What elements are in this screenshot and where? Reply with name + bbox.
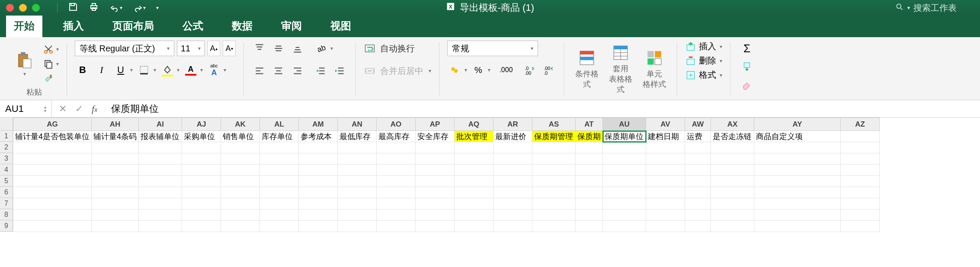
cell[interactable]: [260, 165, 299, 176]
cell[interactable]: [455, 153, 493, 165]
column-header[interactable]: AO: [377, 118, 416, 131]
cell[interactable]: [754, 210, 841, 221]
cell[interactable]: [338, 210, 377, 221]
cell[interactable]: [754, 198, 841, 210]
cell[interactable]: [182, 198, 221, 210]
cell[interactable]: [841, 210, 880, 221]
column-header[interactable]: AX: [711, 118, 754, 131]
cell[interactable]: 最低库存: [338, 131, 377, 142]
cell[interactable]: [455, 187, 493, 198]
italic-button[interactable]: I: [94, 62, 109, 78]
cell[interactable]: [221, 176, 260, 187]
cell[interactable]: [416, 198, 455, 210]
column-header[interactable]: AR: [493, 118, 532, 131]
column-header[interactable]: AJ: [182, 118, 221, 131]
undo-button[interactable]: ▾: [109, 3, 122, 13]
cell[interactable]: [139, 221, 182, 232]
cell[interactable]: [754, 187, 841, 198]
cell[interactable]: [685, 221, 711, 232]
cell[interactable]: [603, 176, 646, 187]
cell[interactable]: [260, 210, 299, 221]
cell[interactable]: [754, 153, 841, 165]
row-header[interactable]: 1: [0, 130, 13, 142]
cell[interactable]: [841, 131, 880, 142]
sheet-search[interactable]: ▾: [895, 3, 974, 13]
cell[interactable]: 报表辅单位: [139, 131, 182, 142]
underline-button[interactable]: U: [113, 62, 128, 78]
cell[interactable]: [182, 142, 221, 153]
cell[interactable]: [416, 165, 455, 176]
cell[interactable]: [685, 153, 711, 165]
cell[interactable]: [603, 153, 646, 165]
cell[interactable]: 安全库存: [416, 131, 455, 142]
font-name-select[interactable]: 等线 Regular (正文)▾: [75, 41, 174, 56]
cell[interactable]: [416, 142, 455, 153]
cell[interactable]: [13, 165, 92, 176]
cell[interactable]: [711, 176, 754, 187]
cell[interactable]: [299, 198, 338, 210]
column-header[interactable]: AN: [338, 118, 377, 131]
cell[interactable]: [182, 153, 221, 165]
cell[interactable]: [646, 165, 685, 176]
cell[interactable]: [576, 221, 603, 232]
cell[interactable]: [260, 176, 299, 187]
cell[interactable]: [455, 221, 493, 232]
cell[interactable]: [338, 153, 377, 165]
cell[interactable]: 是否走冻链: [711, 131, 754, 142]
cell[interactable]: 商品自定义项: [754, 131, 841, 142]
cell[interactable]: [182, 210, 221, 221]
cell[interactable]: [493, 176, 532, 187]
cell[interactable]: [221, 165, 260, 176]
copy-button[interactable]: ▾: [43, 59, 59, 69]
cell[interactable]: [603, 142, 646, 153]
column-header[interactable]: AP: [416, 118, 455, 131]
cell[interactable]: [576, 165, 603, 176]
cell[interactable]: [455, 142, 493, 153]
phonetic-guide-button[interactable]: abcA: [206, 62, 222, 78]
cell[interactable]: [841, 221, 880, 232]
cell[interactable]: [92, 142, 139, 153]
cell[interactable]: 销售单位: [221, 131, 260, 142]
cell[interactable]: [221, 221, 260, 232]
fill-button[interactable]: [738, 59, 756, 74]
cell[interactable]: [221, 142, 260, 153]
column-header[interactable]: AL: [260, 118, 299, 131]
column-header[interactable]: AK: [221, 118, 260, 131]
cell[interactable]: [754, 221, 841, 232]
cell[interactable]: [221, 210, 260, 221]
cell[interactable]: 参考成本: [299, 131, 338, 142]
cell[interactable]: [493, 142, 532, 153]
cell[interactable]: [711, 210, 754, 221]
cell[interactable]: [92, 198, 139, 210]
cell[interactable]: [377, 153, 416, 165]
column-header[interactable]: AW: [685, 118, 711, 131]
font-color-button[interactable]: A: [183, 62, 199, 78]
maximize-window-button[interactable]: [32, 4, 40, 12]
tab-公式[interactable]: 公式: [175, 15, 211, 37]
cell[interactable]: [377, 165, 416, 176]
cell[interactable]: [416, 176, 455, 187]
column-header[interactable]: AT: [576, 118, 603, 131]
cell[interactable]: 保质期管理: [532, 131, 576, 142]
row-header[interactable]: 3: [0, 153, 13, 164]
cell[interactable]: [377, 210, 416, 221]
tab-数据[interactable]: 数据: [224, 15, 260, 37]
wrap-text-button[interactable]: 自动换行: [364, 41, 431, 56]
cell[interactable]: [260, 198, 299, 210]
cell[interactable]: [377, 187, 416, 198]
cell[interactable]: [139, 198, 182, 210]
cell[interactable]: [711, 165, 754, 176]
cell[interactable]: [603, 165, 646, 176]
cell[interactable]: [299, 187, 338, 198]
minimize-window-button[interactable]: [19, 4, 27, 12]
cell[interactable]: [493, 165, 532, 176]
align-center-button[interactable]: [271, 63, 286, 79]
cell[interactable]: [260, 187, 299, 198]
insert-cells-button[interactable]: 插入▾: [685, 41, 722, 52]
row-header[interactable]: 5: [0, 175, 13, 187]
cell[interactable]: [532, 153, 576, 165]
font-size-select[interactable]: 11▾: [177, 41, 205, 56]
cell[interactable]: [711, 153, 754, 165]
cell[interactable]: [13, 187, 92, 198]
cell[interactable]: [646, 142, 685, 153]
